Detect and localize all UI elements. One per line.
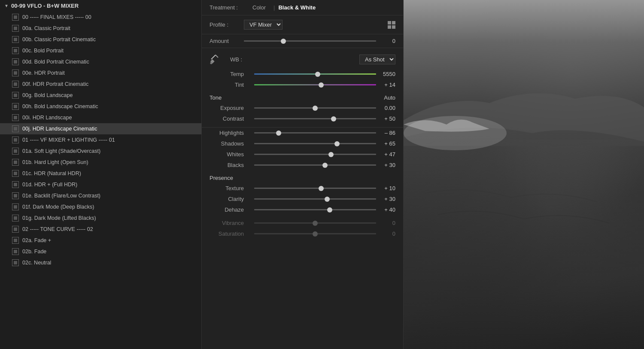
clarity-slider-thumb[interactable] — [325, 197, 330, 202]
treatment-color-button[interactable]: Color — [252, 4, 266, 11]
tone-title: Tone — [210, 94, 222, 101]
preset-icon — [12, 14, 19, 21]
preset-item-02b[interactable]: 02b. Fade — [0, 246, 201, 257]
dehaze-slider-track[interactable] — [254, 209, 376, 210]
preset-icon — [12, 125, 19, 132]
presence-section-header: Presence — [202, 170, 403, 183]
tone-section-header: Tone Auto — [202, 90, 403, 103]
preset-item-label: 01c. HDR (Natural HDR) — [22, 170, 81, 176]
amount-slider-thumb[interactable] — [281, 39, 286, 44]
saturation-label: Saturation — [210, 231, 244, 237]
presence-title: Presence — [210, 175, 233, 181]
highlights-slider-thumb[interactable] — [276, 130, 281, 136]
treatment-bw-button[interactable]: Black & White — [278, 4, 316, 11]
blacks-slider-thumb[interactable] — [322, 163, 328, 168]
temp-value: 5550 — [380, 71, 395, 77]
shadows-value: + 65 — [380, 140, 395, 147]
contrast-value: + 50 — [380, 115, 395, 122]
preset-item-00c[interactable]: 00c. Bold Portrait — [0, 45, 201, 56]
texture-value: + 10 — [380, 185, 395, 191]
texture-slider-thumb[interactable] — [319, 186, 324, 191]
wb-select[interactable]: As Shot — [359, 55, 395, 64]
preset-icon — [12, 36, 19, 43]
blacks-value: + 30 — [380, 162, 395, 168]
preset-item-label: 00e. HDR Portrait — [22, 70, 65, 76]
preset-item-01e[interactable]: 01e. Backlit (Flare/Low Contrast) — [0, 190, 201, 201]
highlights-value: – 86 — [380, 130, 395, 136]
dehaze-value: + 40 — [380, 206, 395, 213]
preset-item-01f[interactable]: 01f. Dark Mode (Deep Blacks) — [0, 201, 201, 212]
preset-item-label: 00a. Classic Portrait — [22, 25, 70, 31]
highlights-slider-track[interactable] — [254, 132, 376, 134]
temp-slider-track[interactable] — [254, 73, 376, 75]
preset-item-00i[interactable]: 00i. HDR Landscape — [0, 112, 201, 123]
vibrance-row: Vibrance 0 — [202, 218, 403, 228]
preset-group-header[interactable]: ▼ 00-99 VFLO - B+W MIXER — [0, 0, 201, 12]
profile-select[interactable]: VF Mixer — [244, 20, 283, 30]
preset-item-00g[interactable]: 00g. Bold Landscape — [0, 90, 201, 101]
preset-item-00h[interactable]: 00h. Bold Landscape Cinematic — [0, 101, 201, 112]
whites-slider-track[interactable] — [254, 154, 376, 155]
preset-icon — [12, 58, 19, 65]
dehaze-slider-thumb[interactable] — [327, 207, 332, 212]
clarity-value: + 30 — [380, 196, 395, 202]
preset-item-00j[interactable]: 00j. HDR Landscape Cinematic — [0, 123, 201, 134]
preset-item-label: 02 ----- TONE CURVE ----- 02 — [22, 226, 93, 232]
shadows-slider-thumb[interactable] — [334, 141, 340, 146]
preset-item-label: 00c. Bold Portrait — [22, 48, 64, 54]
preset-icon — [12, 259, 19, 266]
preset-item-01b[interactable]: 01b. Hard Light (Open Sun) — [0, 157, 201, 168]
vibrance-value: 0 — [380, 220, 395, 226]
eyedropper-icon[interactable] — [210, 52, 220, 66]
preset-item-00-final[interactable]: 00 ----- FINAL MIXES ----- 00 — [0, 12, 201, 23]
preset-item-02a[interactable]: 02a. Fade + — [0, 235, 201, 246]
blacks-label: Blacks — [210, 162, 244, 168]
preset-item-00b[interactable]: 00b. Classic Portrait Cinematic — [0, 34, 201, 45]
exposure-row: Exposure 0.00 — [202, 103, 403, 113]
preset-item-02c[interactable]: 02c. Neutral — [0, 257, 201, 268]
tone-auto-button[interactable]: Auto — [384, 94, 395, 101]
preset-icon — [12, 47, 19, 54]
preset-item-01a[interactable]: 01a. Soft Light (Shade/Overcast) — [0, 146, 201, 157]
preset-item-01d[interactable]: 01d. HDR + (Full HDR) — [0, 179, 201, 190]
contrast-slider-thumb[interactable] — [331, 116, 336, 121]
preset-item-00f[interactable]: 00f. HDR Portrait Cinematic — [0, 79, 201, 90]
preset-item-01c[interactable]: 01c. HDR (Natural HDR) — [0, 168, 201, 179]
photo-overlay-svg — [404, 0, 644, 349]
preset-item-00a[interactable]: 00a. Classic Portrait — [0, 23, 201, 34]
preset-item-label: 00f. HDR Portrait Cinematic — [22, 81, 88, 87]
tint-label: Tint — [210, 82, 244, 88]
exposure-value: 0.00 — [380, 105, 395, 111]
preset-item-01-vf[interactable]: 01 ----- VF MIXER + LIGHTING ----- 01 — [0, 134, 201, 146]
texture-label: Texture — [210, 185, 244, 191]
tint-slider-track[interactable] — [254, 84, 376, 85]
wb-label: WB : — [230, 56, 242, 63]
preset-icon — [12, 114, 19, 121]
preset-item-01g[interactable]: 01g. Dark Mode (Lifted Blacks) — [0, 212, 201, 224]
exposure-slider-track[interactable] — [254, 107, 376, 109]
preset-item-02-tone[interactable]: 02 ----- TONE CURVE ----- 02 — [0, 224, 201, 235]
preset-item-label: 01g. Dark Mode (Lifted Blacks) — [22, 215, 96, 221]
preset-icon — [12, 137, 19, 143]
exposure-slider-thumb[interactable] — [313, 106, 318, 111]
shadows-slider-track[interactable] — [254, 143, 376, 144]
preset-icon — [12, 170, 19, 177]
tint-slider-thumb[interactable] — [319, 82, 324, 88]
temp-slider-thumb[interactable] — [315, 72, 320, 77]
amount-slider-track[interactable] — [244, 40, 376, 42]
clarity-slider-track[interactable] — [254, 198, 376, 200]
preset-icon — [12, 25, 19, 32]
texture-slider-track[interactable] — [254, 188, 376, 189]
preset-item-00d[interactable]: 00d. Bold Portrait Cinematic — [0, 56, 201, 67]
vibrance-label: Vibrance — [210, 220, 244, 226]
grid-view-icon[interactable] — [388, 21, 395, 29]
svg-line-1 — [211, 55, 216, 59]
group-arrow-icon: ▼ — [4, 3, 9, 8]
preset-item-label: 02c. Neutral — [22, 260, 51, 266]
blacks-slider-track[interactable] — [254, 164, 376, 166]
contrast-slider-track[interactable] — [254, 118, 376, 119]
preset-item-00e[interactable]: 00e. HDR Portrait — [0, 67, 201, 79]
blacks-row: Blacks + 30 — [202, 160, 403, 170]
preset-item-label: 02b. Fade — [22, 249, 46, 255]
whites-slider-thumb[interactable] — [328, 152, 334, 157]
